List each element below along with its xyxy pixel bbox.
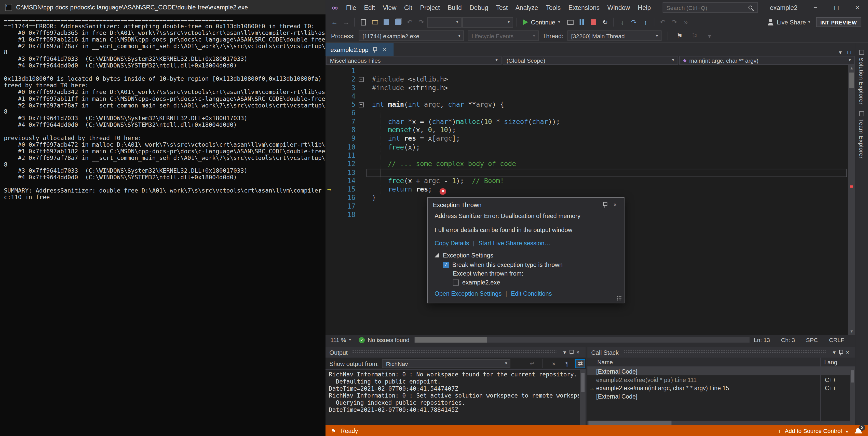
step-into-icon[interactable]: ↓ (617, 17, 627, 28)
redo-navigation-icon[interactable]: ↷ (669, 17, 680, 28)
stack-frame-dropdown-icon[interactable]: ▾ (704, 30, 715, 41)
console-titlebar[interactable]: C:\MSDN\cpp-docs-pr\docs\c-language\ASAN… (0, 0, 326, 14)
expander-icon[interactable] (435, 253, 439, 257)
go-to-message-icon[interactable]: ↵ (527, 359, 537, 368)
exception-settings-header[interactable]: Exception Settings (435, 252, 617, 258)
redo-icon[interactable]: ↷ (416, 17, 427, 28)
menu-help[interactable]: Help (634, 3, 655, 12)
code-line[interactable]: 8 memset(x, 0, 10); (326, 126, 848, 135)
search-input[interactable] (663, 4, 748, 11)
error-icon[interactable]: × (440, 188, 446, 195)
breakpoint-margin[interactable] (326, 135, 337, 143)
scrollbar-thumb[interactable] (581, 373, 585, 392)
find-message-icon[interactable]: ≡ (514, 359, 524, 368)
pin-icon[interactable] (372, 46, 377, 53)
menu-debug[interactable]: Debug (466, 3, 492, 12)
break-all-icon[interactable] (577, 17, 587, 28)
code-line[interactable]: 13 (326, 168, 848, 177)
code-line[interactable]: 12 // ... some complex body of code (326, 160, 848, 168)
undo-icon[interactable]: ↶ (404, 17, 415, 28)
menu-view[interactable]: View (379, 3, 400, 12)
autoscroll-toggle[interactable]: ⇄ (576, 359, 585, 368)
callstack-row[interactable]: [External Code] (587, 392, 850, 400)
navigate-forward-icon[interactable]: → (341, 17, 351, 28)
scrollbar-thumb[interactable] (415, 337, 487, 343)
project-dropdown[interactable]: Miscellaneous Files ▾ (326, 56, 501, 65)
callstack-row[interactable]: example2.exe!free(void * ptr) Line 111C+… (587, 375, 850, 384)
scroll-down-icon[interactable]: ▼ (848, 328, 855, 335)
vs-titlebar[interactable]: ∞ FileEditViewGitProjectBuildDebugTestAn… (326, 0, 868, 15)
breakpoint-margin[interactable] (326, 211, 337, 219)
output-scrollbar[interactable] (580, 370, 586, 425)
step-over-icon[interactable]: ↷ (628, 17, 639, 28)
edit-conditions-link[interactable]: Edit Conditions (511, 290, 552, 297)
code-line[interactable]: 1 (326, 67, 848, 75)
name-column-header[interactable]: Name (587, 359, 613, 365)
live-share-label[interactable]: Live Share (777, 19, 806, 26)
live-share-icon[interactable] (767, 18, 775, 26)
flag-outline-icon[interactable]: ⚐ (689, 30, 700, 41)
solution-configurations-dropdown[interactable]: ▾ (427, 17, 462, 27)
scrollbar-thumb[interactable] (849, 72, 854, 88)
menu-extensions[interactable]: Extensions (565, 3, 603, 12)
breakpoint-margin[interactable] (326, 194, 337, 203)
breakpoint-margin[interactable] (326, 101, 337, 109)
menu-project[interactable]: Project (416, 3, 444, 12)
breakpoint-margin[interactable] (326, 75, 337, 84)
scroll-up-icon[interactable]: ▲ (848, 65, 855, 71)
code-line[interactable]: 3#include <string.h> (326, 84, 848, 92)
menu-test[interactable]: Test (492, 3, 512, 12)
thread-dropdown[interactable]: [32260] Main Thread▾ (567, 31, 661, 41)
save-icon[interactable] (381, 17, 392, 28)
code-line[interactable]: 7 char *x = (char*)malloc(10 * sizeof(ch… (326, 118, 848, 126)
add-to-source-control-button[interactable]: Add to Source Control (785, 427, 842, 434)
breakpoint-margin[interactable] (326, 92, 337, 101)
menu-file[interactable]: File (342, 3, 360, 12)
breakpoint-margin[interactable] (326, 109, 337, 118)
breakpoint-margin[interactable] (326, 177, 337, 185)
code-line[interactable]: 11 (326, 152, 848, 160)
save-all-icon[interactable] (393, 17, 403, 28)
show-threads-flag-icon[interactable]: ⚑ (674, 30, 685, 41)
notifications-bell-icon[interactable]: 2 (854, 427, 863, 435)
code-line[interactable]: 5−int main(int argc, char **argv) { (326, 101, 848, 109)
output-body[interactable]: RichNav Information: 0 : No workspace fo… (326, 370, 586, 425)
code-line[interactable]: 9 int res = x[argc]; (326, 135, 848, 143)
callstack-horizontal-scrollbar[interactable] (587, 421, 850, 425)
break-checkbox[interactable] (443, 262, 449, 268)
code-line[interactable]: 10 free(x); (326, 143, 848, 152)
breakpoint-margin[interactable] (326, 203, 337, 211)
float-window-icon[interactable]: □ (845, 48, 853, 56)
breakpoint-margin[interactable] (326, 168, 337, 177)
callstack-row[interactable]: →example2.exe!main(int argc, char * * ar… (587, 383, 850, 392)
close-icon[interactable]: × (611, 201, 619, 208)
member-dropdown[interactable]: ◆ main(int argc, char ** argv) ▾ (679, 56, 855, 65)
breakpoint-margin[interactable]: → (326, 185, 337, 194)
chevron-down-icon[interactable]: ▾ (808, 20, 810, 24)
breakpoint-margin[interactable] (326, 84, 337, 92)
continue-button[interactable]: Continue ▾ (519, 17, 564, 28)
code-line[interactable]: 6 (326, 109, 848, 118)
zoom-dropdown[interactable]: 111 % ▾ (326, 336, 353, 343)
breakpoint-margin[interactable] (326, 152, 337, 160)
scope-dropdown[interactable]: (Global Scope) ▾ (503, 56, 678, 65)
window-position-icon[interactable]: ▾ (561, 348, 568, 356)
pin-icon[interactable] (838, 349, 844, 355)
code-line[interactable]: →15 return res;× (326, 185, 848, 194)
show-next-statement-icon[interactable] (565, 17, 576, 28)
side-tab-solution-explorer[interactable]: Solution Explorer (858, 50, 865, 105)
close-button[interactable]: × (847, 0, 868, 15)
quick-search-box[interactable] (662, 2, 758, 13)
toolbar-overflow-icon[interactable]: » (680, 17, 691, 28)
window-position-icon[interactable]: ▾ (830, 348, 838, 356)
callstack-row[interactable]: [External Code] (587, 367, 850, 375)
step-out-icon[interactable]: ↑ (640, 17, 651, 28)
pin-icon[interactable] (602, 201, 608, 208)
stop-debugging-icon[interactable] (588, 17, 599, 28)
health-indicator-icon[interactable]: ✓ (359, 337, 365, 343)
menu-tools[interactable]: Tools (542, 3, 565, 12)
menu-build[interactable]: Build (444, 3, 466, 12)
breakpoint-margin[interactable] (326, 143, 337, 152)
tab-example2-cpp[interactable]: example2.cpp × (326, 43, 393, 56)
lifecycle-events-dropdown[interactable]: Lifecycle Events▾ (468, 31, 538, 41)
